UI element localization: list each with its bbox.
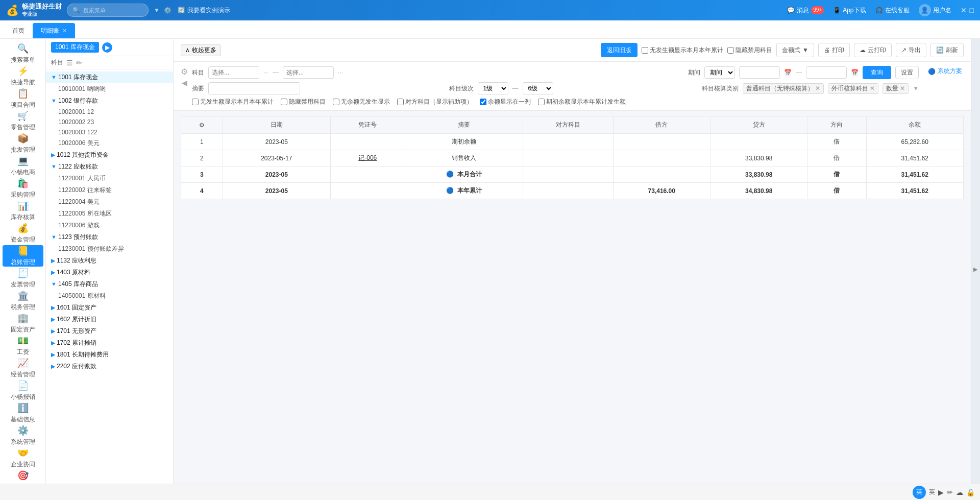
checkbox-opposite-input[interactable] bbox=[727, 47, 734, 54]
app-download-btn[interactable]: 📱 App下载 bbox=[833, 6, 866, 15]
subject-end-input[interactable] bbox=[283, 66, 334, 79]
cb-ytd[interactable] bbox=[538, 99, 545, 105]
period-end-input[interactable]: 2023-05 bbox=[806, 66, 847, 79]
sidebar-item-expense[interactable]: 📄 小畅报销 bbox=[3, 380, 43, 401]
sidebar-item-ledger[interactable]: 📒 总账管理 bbox=[3, 245, 43, 267]
tag-remove-2[interactable]: ✕ bbox=[900, 85, 905, 92]
nav-next-btn[interactable]: ▶ bbox=[102, 42, 112, 53]
row-voucher-2[interactable]: 记-006 bbox=[330, 150, 405, 166]
sidebar-item-coop[interactable]: 🤝 企业协同 bbox=[3, 447, 43, 469]
cloud-print-btn[interactable]: ☁ 云打印 bbox=[854, 43, 892, 57]
sidebar-item-management[interactable]: 📈 经营管理 bbox=[3, 358, 43, 379]
sidebar-item-inventory[interactable]: 📊 库存核算 bbox=[3, 200, 43, 222]
checkbox-no-amount[interactable]: 无发生额显示本月本年累计 bbox=[192, 98, 274, 106]
calendar-end-icon[interactable]: 📅 bbox=[851, 69, 859, 76]
tree-node-1801[interactable]: ▶1801 长期待摊费用 bbox=[46, 349, 173, 361]
tab-ledger[interactable]: 明细账 ✕ bbox=[33, 23, 75, 38]
message-btn[interactable]: 💬 消息 99+ bbox=[787, 6, 824, 15]
tree-node-1122[interactable]: ▼1122 应收账款 bbox=[46, 161, 173, 173]
demo-btn[interactable]: 🔄 我要看实例演示 bbox=[178, 6, 230, 15]
sidebar-item-wholesale[interactable]: 📦 批发管理 bbox=[3, 133, 43, 154]
status-translate-btn[interactable]: 英 bbox=[913, 486, 926, 499]
tree-node-1403[interactable]: ▶1403 原材料 bbox=[46, 267, 173, 278]
tree-node-1002[interactable]: ▼1002 银行存款 bbox=[46, 95, 173, 107]
sidebar-item-retail[interactable]: 🛒 零售管理 bbox=[3, 110, 43, 132]
tree-node-1405[interactable]: ▼1405 库存商品 bbox=[46, 278, 173, 290]
tree-node-10020001[interactable]: 10020001 12 bbox=[46, 107, 173, 117]
amount-format-btn[interactable]: 金额式 ▼ bbox=[776, 43, 814, 57]
right-collapsed-panel[interactable]: ▶ bbox=[971, 39, 980, 500]
subject-more-icon[interactable]: ··· bbox=[263, 69, 268, 76]
sidebar-item-tax[interactable]: 🏛️ 税务管理 bbox=[3, 290, 43, 312]
status-play-btn[interactable]: ▶ bbox=[938, 488, 944, 496]
cb-no-amount[interactable] bbox=[192, 99, 199, 105]
tab-close-icon[interactable]: ✕ bbox=[62, 28, 67, 34]
tree-node-1601[interactable]: ▶1601 固定资产 bbox=[46, 302, 173, 314]
close-window-btn[interactable]: ✕ bbox=[961, 6, 967, 14]
sidebar-item-project[interactable]: 📋 项目合同 bbox=[3, 88, 43, 109]
summary-input[interactable] bbox=[208, 82, 300, 94]
sidebar-item-finance[interactable]: 💰 资金管理 bbox=[3, 223, 43, 244]
sidebar-item-system[interactable]: ⚙️ 系统管理 bbox=[3, 425, 43, 446]
subject-input[interactable] bbox=[208, 66, 259, 79]
checkbox-hide-disabled[interactable]: 隐藏禁用科目 bbox=[281, 98, 326, 106]
status-cloud-btn[interactable]: ☁ bbox=[956, 488, 963, 496]
tree-node-11220004[interactable]: 11220004 美元 bbox=[46, 196, 173, 208]
sidebar-item-search[interactable]: 🔍 搜索菜单 bbox=[3, 43, 43, 64]
tab-home[interactable]: 首页 bbox=[4, 23, 33, 38]
tree-node-1132[interactable]: ▶1132 应收利息 bbox=[46, 255, 173, 267]
settings-btn[interactable]: 设置 bbox=[895, 66, 919, 79]
tree-node-11230001[interactable]: 11230001 预付账款差异 bbox=[46, 243, 173, 255]
search-bar[interactable]: 🔍 搜索菜单 bbox=[67, 4, 149, 17]
tree-node-14050001[interactable]: 14050001 原材料 bbox=[46, 290, 173, 302]
sidebar-item-assets[interactable]: 🏢 固定资产 bbox=[3, 313, 43, 334]
checkbox-opposite[interactable]: 隐藏禁用科目 bbox=[727, 46, 772, 55]
tree-node-11220002[interactable]: 11220002 往来标签 bbox=[46, 184, 173, 196]
list-icon[interactable]: ☰ bbox=[66, 59, 73, 67]
sidebar-item-purchase[interactable]: 🛍️ 采购管理 bbox=[3, 178, 43, 199]
user-menu[interactable]: 👤 用户名 bbox=[919, 4, 951, 16]
checkbox-auxiliary[interactable]: 无发生额显示本月本年累计 bbox=[642, 46, 723, 55]
tree-node-1701[interactable]: ▶1701 无形资产 bbox=[46, 325, 173, 337]
tree-node-10020006[interactable]: 10020006 美元 bbox=[46, 137, 173, 149]
tree-node-11220005[interactable]: 11220005 所在地区 bbox=[46, 208, 173, 220]
cb-balance-col[interactable] bbox=[480, 99, 486, 105]
tree-node-1001[interactable]: ▼1001 库存现金 bbox=[46, 72, 173, 83]
settings-icon[interactable]: ⚙️ bbox=[164, 7, 172, 14]
calendar-icon[interactable]: 📅 bbox=[784, 69, 792, 76]
period-type-select[interactable]: 期间 bbox=[704, 66, 735, 79]
maximize-btn[interactable]: □ bbox=[970, 6, 974, 14]
status-lock-btn[interactable]: 🔒 bbox=[966, 488, 975, 496]
checkbox-opposite-show[interactable]: 对方科目（显示辅助项） bbox=[397, 98, 473, 106]
tree-node-11220001[interactable]: 11220001 人民币 bbox=[46, 173, 173, 184]
search-btn[interactable]: 查询 bbox=[863, 66, 891, 79]
sidebar-item-quicknav[interactable]: ⚡ 快捷导航 bbox=[3, 65, 43, 87]
tag-remove-1[interactable]: ✕ bbox=[870, 85, 875, 92]
filter-settings-icon[interactable]: ⚙ bbox=[181, 67, 188, 77]
return-old-btn[interactable]: 返回旧版 bbox=[601, 43, 638, 57]
expand-more-btn[interactable]: ∧ 收起更多 bbox=[181, 44, 221, 56]
tree-node-10020002[interactable]: 10020002 23 bbox=[46, 117, 173, 127]
checkbox-balance-col[interactable]: 余额显示在一列 bbox=[480, 98, 531, 106]
refresh-btn[interactable]: 🔄 刷新 bbox=[930, 43, 964, 57]
export-btn[interactable]: ↗ 导出 bbox=[896, 43, 926, 57]
system-plan-btn[interactable]: 🔵 系统方案 bbox=[928, 67, 962, 76]
tree-node-2202[interactable]: ▶2202 应付账款 bbox=[46, 361, 173, 372]
checkbox-no-balance[interactable]: 无余额无发生显示 bbox=[333, 98, 390, 106]
tree-node-1702[interactable]: ▶1702 累计摊销 bbox=[46, 337, 173, 349]
level-from-select[interactable]: 1级 bbox=[478, 82, 508, 94]
dropdown-icon[interactable]: ▼ bbox=[154, 7, 160, 14]
quantity-dropdown-icon[interactable]: ▼ bbox=[913, 85, 919, 92]
level-to-select[interactable]: 6级 bbox=[523, 82, 553, 94]
period-start-input[interactable]: 2023-05 bbox=[739, 66, 780, 79]
col-settings[interactable]: ⚙ bbox=[181, 116, 223, 134]
tree-node-11220006[interactable]: 11220006 游戏 bbox=[46, 220, 173, 231]
status-edit-btn[interactable]: ✏ bbox=[947, 488, 953, 496]
sidebar-item-ecommerce[interactable]: 💻 小畅电商 bbox=[3, 155, 43, 177]
sidebar-item-salary[interactable]: 💵 工资 bbox=[3, 335, 43, 356]
subject-end-more-icon[interactable]: ··· bbox=[338, 69, 343, 76]
cb-opposite-show[interactable] bbox=[397, 99, 404, 105]
cb-no-balance[interactable] bbox=[333, 99, 339, 105]
edit-icon[interactable]: ✏ bbox=[76, 59, 82, 67]
online-service-btn[interactable]: 🎧 在线客服 bbox=[875, 6, 910, 15]
